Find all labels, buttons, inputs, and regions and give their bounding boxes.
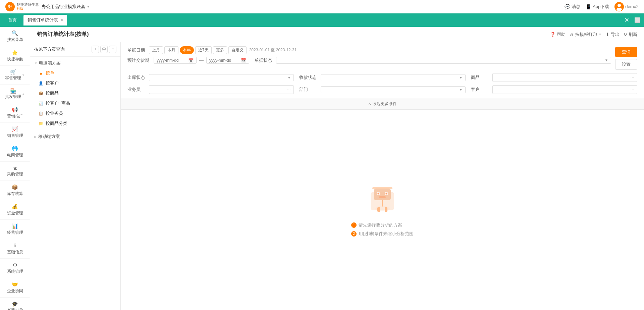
workspace-selector[interactable]: 办公用品行业模拟账套 ▼ (42, 4, 90, 10)
tab-home[interactable]: 首页 (3, 13, 22, 27)
filter-area: 单据日期 上月 本月 本年 近7天 更多 自定义 2023-01-01 至 20… (121, 42, 644, 98)
tip-2-num: 2 (351, 231, 357, 237)
top-bar-right: 💬 消息 📱 App下载 demo2 (565, 2, 639, 11)
window-maximize-btn[interactable]: ⬜ (633, 16, 641, 24)
date-btn-last-7days[interactable]: 近7天 (195, 46, 212, 54)
delivery-date-start-input[interactable] (157, 58, 187, 63)
top-bar-left: 好 畅捷通好生意 标版 办公用品行业模拟账套 ▼ (5, 2, 90, 11)
layout-row: 按以下方案查询 + « ▼ 电脑端方案 (30, 42, 644, 310)
date-btn-more[interactable]: 更多 (213, 46, 227, 54)
category-icon: 📁 (38, 121, 44, 126)
scheme-item-by-customer[interactable]: 👤 按客户 (30, 78, 120, 88)
shipment-status-arrow-icon: ▼ (287, 76, 291, 80)
page-header: 销售订单统计表(按单) ❓ 帮助 🖨 按模板打印 ▼ ⬇ 导出 ↻ (30, 27, 644, 42)
sidebar-item-search[interactable]: 🔍 搜索菜单 (0, 27, 30, 46)
main-content: 单据日期 上月 本月 本年 近7天 更多 自定义 2023-01-01 至 20… (121, 42, 644, 310)
svg-point-9 (386, 193, 387, 194)
empty-tips: 1 请先选择要分析的方案 2 用[过滤]条件来缩小分析范围 (351, 221, 413, 238)
expected-delivery-end[interactable]: 📅 (206, 57, 249, 64)
tab-close-icon[interactable]: × (61, 18, 63, 22)
settings-button[interactable]: 设置 (615, 59, 637, 70)
svg-rect-10 (379, 196, 386, 198)
sidebar-item-basic[interactable]: ℹ 基础信息 (0, 239, 30, 259)
scheme-item-by-category[interactable]: 📁 按商品分类 (30, 118, 120, 128)
scheme-item-by-order[interactable]: ● 按单 (30, 68, 120, 78)
left-panel-header: 按以下方案查询 + « (30, 42, 120, 57)
sidebar-item-retail[interactable]: 🛒 零售管理 ▼ (0, 66, 30, 85)
logo-area: 好 畅捷通好生意 标版 (5, 2, 39, 11)
sidebar-item-operations[interactable]: 📊 经营管理 (0, 220, 30, 239)
nav-sidebar: 🔍 搜索菜单 ⭐ 快捷导航 🛒 零售管理 ▼ 🏪 批发管理 ▲ 📢 营销推广 (0, 27, 30, 310)
svg-point-0 (618, 4, 621, 7)
tab-sales-order[interactable]: 销售订单统计表 × (23, 15, 67, 25)
customer-select[interactable]: ··· (492, 85, 637, 94)
content-area: 销售订单统计表(按单) ❓ 帮助 🖨 按模板打印 ▼ ⬇ 导出 ↻ (30, 27, 644, 310)
department-arrow-icon: ▼ (459, 88, 463, 92)
calendar-icon-end: 📅 (241, 58, 246, 63)
refresh-btn[interactable]: ↻ 刷新 (624, 32, 637, 38)
receipt-status-select[interactable]: ▼ (321, 74, 466, 81)
sidebar-item-ecom[interactable]: 🌐 电商管理 (0, 142, 30, 162)
date-buttons: 上月 本月 本年 近7天 更多 自定义 (149, 46, 247, 54)
template-print-btn[interactable]: 🖨 按模板打印 ▼ (570, 32, 602, 38)
scheme-item-by-goods[interactable]: 📦 按商品 (30, 88, 120, 98)
date-btn-this-month[interactable]: 本月 (164, 46, 178, 54)
add-scheme-btn[interactable]: + (92, 46, 99, 53)
sidebar-item-system[interactable]: ⚙ 系统管理 (0, 259, 30, 278)
svg-rect-5 (374, 189, 391, 200)
scheme-group-mobile-title[interactable]: ▶ 移动端方案 (30, 132, 120, 142)
bill-status-arrow-icon: ▼ (605, 58, 608, 62)
svg-rect-14 (377, 207, 380, 212)
svg-point-13 (375, 206, 390, 211)
svg-rect-15 (385, 207, 387, 212)
scheme-item-by-customer-goods[interactable]: 📊 按客户+商品 (30, 98, 120, 108)
app-download-btn[interactable]: 📱 App下载 (586, 4, 609, 10)
message-btn[interactable]: 💬 消息 (565, 4, 580, 10)
delivery-date-end-input[interactable] (209, 58, 239, 63)
order-icon: ● (38, 70, 44, 76)
salesman-select[interactable]: ··· (149, 85, 294, 94)
expected-delivery-start[interactable]: 📅 (154, 57, 197, 64)
help-btn[interactable]: ❓ 帮助 (550, 32, 566, 38)
tab-bar: 首页 销售订单统计表 × ✕ ⬜ (0, 13, 644, 27)
page-actions: ❓ 帮助 🖨 按模板打印 ▼ ⬇ 导出 ↻ 刷新 (550, 32, 637, 38)
logo-icon: 好 (5, 2, 15, 11)
empty-illustration (362, 182, 402, 215)
shipment-status-select[interactable]: ▼ (149, 74, 294, 81)
logo-text: 畅捷通好生意 标版 (17, 2, 39, 11)
edit-scheme-btn[interactable] (100, 46, 108, 53)
date-btn-custom[interactable]: 自定义 (228, 46, 247, 54)
date-btn-last-month[interactable]: 上月 (149, 46, 163, 54)
department-select[interactable]: ▼ (321, 86, 466, 93)
sidebar-item-wholesale[interactable]: 🏪 批发管理 ▲ (0, 85, 30, 103)
left-panel-actions: + « (92, 46, 116, 53)
sidebar-item-inventory[interactable]: 📦 库存核算 (0, 181, 30, 200)
customer-more-icon: ··· (630, 87, 634, 92)
sidebar-item-marketing[interactable]: 📢 营销推广 (0, 103, 30, 123)
filter-row-1: 单据日期 上月 本月 本年 近7天 更多 自定义 2023-01-01 至 20… (127, 46, 611, 64)
bill-status-select[interactable]: ▼ (276, 57, 611, 64)
collapse-panel-btn[interactable]: « (109, 46, 116, 53)
receipt-status-arrow-icon: ▼ (459, 76, 463, 80)
scheme-group-mobile: ▶ 移动端方案 (30, 130, 120, 143)
sidebar-item-newbie[interactable]: 🎓 新手引导 (0, 298, 30, 310)
sidebar-item-shortcut[interactable]: ⭐ 快捷导航 (0, 46, 30, 66)
sidebar-item-purchase[interactable]: 🛍 采购管理 (0, 162, 30, 181)
left-panel: 按以下方案查询 + « ▼ 电脑端方案 (30, 42, 121, 310)
tip-1-num: 1 (351, 222, 357, 228)
avatar (614, 2, 624, 11)
export-btn[interactable]: ⬇ 导出 (606, 32, 620, 38)
scheme-group-pc-title[interactable]: ▼ 电脑端方案 (30, 58, 120, 68)
user-avatar[interactable]: demo2 (614, 2, 639, 11)
window-minimize-btn[interactable]: ✕ (623, 16, 631, 24)
collapse-bar[interactable]: ∧ 收起更多条件 (121, 98, 644, 110)
goods-select[interactable]: ··· (492, 73, 637, 82)
sidebar-item-finance[interactable]: 💰 资金管理 (0, 200, 30, 220)
scheme-item-by-salesman[interactable]: 📋 按业务员 (30, 108, 120, 118)
svg-rect-11 (372, 187, 392, 189)
empty-state: 1 请先选择要分析的方案 2 用[过滤]条件来缩小分析范围 (121, 110, 644, 310)
sidebar-item-enterprise[interactable]: 🤝 企业协同 (0, 278, 30, 298)
query-button[interactable]: 查询 (615, 47, 637, 57)
date-btn-this-year[interactable]: 本年 (180, 46, 194, 54)
sidebar-item-sales[interactable]: 📈 销售管理 (0, 123, 30, 142)
